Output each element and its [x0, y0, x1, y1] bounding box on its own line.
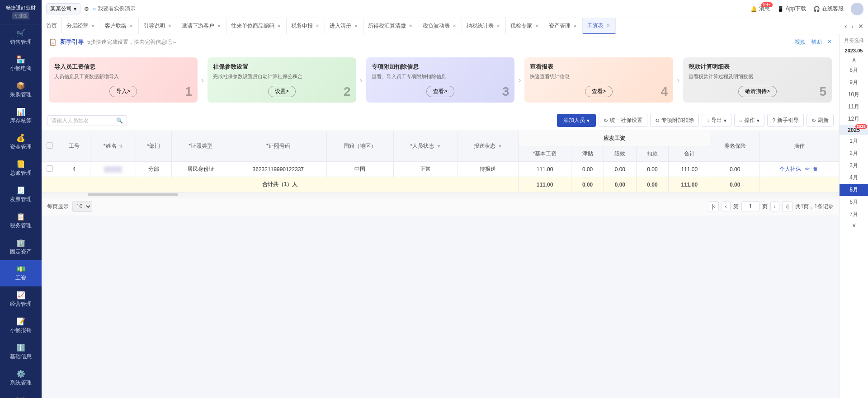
tab-nav-left[interactable]: ‹ — [843, 21, 849, 32]
guide-btn[interactable]: ? 新手引导 — [767, 114, 804, 127]
sidebar-item-collab[interactable]: 🤝企业协同 — [0, 391, 42, 398]
guide-close-icon[interactable]: ✕ — [827, 38, 832, 46]
tab-clearance[interactable]: 进入清册✕ — [325, 18, 363, 34]
month-nav-down[interactable]: ∨ — [840, 220, 868, 229]
online-service-btn[interactable]: 🎧 在线客服 — [813, 5, 844, 13]
social-security-btn[interactable]: ↻ 统一社保设置 — [599, 114, 647, 127]
tab-close-tax_exempt[interactable]: ✕ — [452, 23, 457, 29]
month-item-10[interactable]: 10月 — [840, 89, 868, 101]
first-page-btn[interactable]: |‹ — [708, 201, 718, 211]
sidebar-item-funds[interactable]: 💰资金管理 — [0, 129, 42, 155]
step-btn-5[interactable]: 敬请期待> — [738, 86, 777, 97]
tab-close-clearance[interactable]: ✕ — [353, 23, 359, 29]
step-btn-3[interactable]: 查看> — [426, 86, 454, 97]
sidebar-item-ecommerce[interactable]: 🏪小畅电商 — [0, 51, 42, 77]
next-page-btn[interactable]: › — [770, 201, 779, 211]
row-emp-id: 4 — [58, 162, 90, 177]
month-item-12[interactable]: 12月 — [840, 113, 868, 125]
prev-page-btn[interactable]: ‹ — [722, 201, 731, 211]
tab-close-branch[interactable]: ✕ — [90, 23, 95, 29]
tab-goods_code[interactable]: 往来单位商品编码✕ — [226, 18, 287, 34]
tab-tax_exempt[interactable]: 税负波动表✕ — [418, 18, 462, 34]
tab-home[interactable]: 首页 — [42, 18, 62, 34]
tab-tax_return[interactable]: 税务申报✕ — [287, 18, 325, 34]
company-selector[interactable]: 某某公司 ▾ — [46, 3, 80, 14]
tab-close-invite[interactable]: ✕ — [216, 23, 222, 29]
month-item-6[interactable]: 6月 — [840, 196, 868, 208]
tab-assets_mgmt[interactable]: 资产管理✕ — [544, 18, 583, 34]
refresh-btn[interactable]: ↻ 刷新 — [807, 114, 834, 127]
tab-nav-right[interactable]: › — [849, 21, 855, 32]
app-download-btn[interactable]: 📱 App下载 — [777, 5, 806, 13]
guide-help-link[interactable]: 帮助 — [811, 38, 822, 46]
sidebar-item-management[interactable]: 📈经营管理 — [0, 286, 42, 313]
tab-customers[interactable]: 客户联络✕ — [100, 18, 139, 34]
export-btn[interactable]: ↓ 导出 ▾ — [702, 114, 731, 127]
sidebar-item-tax[interactable]: 📋税务管理 — [0, 208, 42, 234]
step-btn-2[interactable]: 设置> — [268, 86, 296, 97]
sidebar-item-system[interactable]: ⚙️系统管理 — [0, 365, 42, 391]
tab-close-customers[interactable]: ✕ — [128, 23, 134, 29]
horizontal-scrollbar[interactable] — [42, 192, 839, 197]
select-all-checkbox[interactable] — [47, 142, 53, 149]
month-item-7[interactable]: 7月 — [840, 208, 868, 220]
guide-video-link[interactable]: 视频 — [795, 38, 806, 46]
sidebar-item-accounting[interactable]: 📒总账管理 — [0, 155, 42, 182]
tab-guide_tab[interactable]: 引导说明✕ — [139, 18, 177, 34]
tab-tax_expert[interactable]: 税检专家✕ — [506, 18, 544, 34]
tab-salary_tab[interactable]: 工资表✕ — [583, 18, 616, 34]
avatar[interactable] — [851, 3, 863, 15]
row-checkbox[interactable] — [47, 165, 53, 172]
tab-tax_calc[interactable]: 所得税汇算清缴✕ — [363, 18, 418, 34]
tab-close-tax_expert[interactable]: ✕ — [534, 23, 539, 29]
tab-close-guide_tab[interactable]: ✕ — [167, 23, 172, 29]
month-item-5[interactable]: 5月 — [840, 184, 868, 196]
action-delete-btn[interactable]: 🗑 — [812, 166, 819, 172]
tab-branch[interactable]: 分层经营✕ — [62, 18, 100, 34]
search-input[interactable] — [51, 117, 114, 124]
sidebar-item-purchase[interactable]: 📦采购管理 — [0, 77, 42, 103]
add-person-btn[interactable]: 添加人员 ▾ — [557, 114, 596, 127]
month-item-3[interactable]: 3月 — [840, 159, 868, 172]
month-item-8[interactable]: 8月 — [840, 64, 868, 76]
filter-icon-status[interactable]: ▼ — [436, 144, 441, 149]
sidebar-item-sales[interactable]: 🛒销售管理 — [0, 24, 42, 51]
sidebar-item-inventory[interactable]: 📊库存核算 — [0, 103, 42, 129]
deduction-btn[interactable]: ↻ 专项附加扣除 — [650, 114, 699, 127]
notice-btn[interactable]: 🔔 消息 99+ — [750, 5, 770, 13]
tab-close-assets_mgmt[interactable]: ✕ — [572, 23, 578, 29]
tab-close-salary_tab[interactable]: ✕ — [605, 22, 611, 29]
demo-link[interactable]: ○ 我要看实例演示 — [93, 5, 136, 13]
action-personal-insurance[interactable]: 个人社保 — [779, 166, 801, 172]
month-item-1[interactable]: 1月 — [840, 135, 868, 147]
month-item-4[interactable]: 4月 — [840, 172, 868, 184]
sort-icon[interactable]: ⇅ — [119, 144, 123, 149]
per-page-select[interactable]: 10 20 50 — [72, 201, 92, 212]
tab-close-tax_return[interactable]: ✕ — [315, 23, 320, 29]
sidebar-item-invoice[interactable]: 🧾发票管理 — [0, 182, 42, 208]
month-item-9[interactable]: 9月 — [840, 76, 868, 89]
settings-gear-btn[interactable]: ⚙ — [84, 6, 89, 12]
month-nav-up[interactable]: ∧ — [840, 55, 868, 64]
sidebar-item-assets[interactable]: 🏢固定资产 — [0, 234, 42, 260]
action-edit-btn[interactable]: ✏ — [804, 166, 811, 172]
step-btn-1[interactable]: 导入> — [109, 86, 137, 97]
step-btn-4[interactable]: 查看> — [585, 86, 613, 97]
last-page-btn[interactable]: ›| — [782, 201, 793, 211]
sidebar-item-report[interactable]: 📝小畅报销 — [0, 313, 42, 339]
tab-close-tax_calc[interactable]: ✕ — [408, 23, 413, 29]
sidebar-item-basic[interactable]: ℹ️基础信息 — [0, 339, 42, 365]
tab-invite[interactable]: 邀请下游客户✕ — [177, 18, 226, 34]
search-icon[interactable]: 🔍 — [116, 117, 123, 124]
scrollbar-thumb[interactable] — [88, 193, 178, 196]
month-item-2[interactable]: 2月 — [840, 147, 868, 159]
tab-close-goods_code[interactable]: ✕ — [276, 23, 282, 29]
tab-close-all[interactable]: ✕ — [856, 21, 865, 32]
page-number-input[interactable] — [741, 201, 760, 211]
action-btn[interactable]: ○ 操作 ▾ — [734, 114, 764, 127]
month-item-11[interactable]: 11月 — [840, 101, 868, 113]
tab-tax_stats[interactable]: 纳税统计表✕ — [462, 18, 506, 34]
sidebar-item-salary[interactable]: 💵工资 — [0, 260, 42, 286]
tab-close-tax_stats[interactable]: ✕ — [495, 23, 501, 29]
filter-icon-report[interactable]: ▼ — [498, 144, 502, 149]
